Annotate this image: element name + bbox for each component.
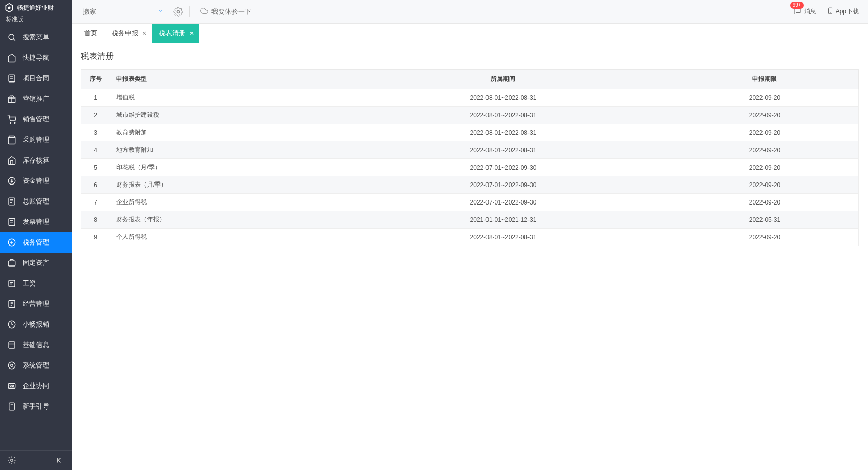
table-row[interactable]: 9个人所得税2022-08-01~2022-08-312022-09-20 [81, 229, 859, 246]
gear-icon[interactable] [173, 7, 183, 17]
sidebar-item-collab[interactable]: 企业协同 [0, 376, 72, 396]
sidebar-item-house[interactable]: 库存核算 [0, 150, 72, 171]
sidebar-item-coin[interactable]: 资金管理 [0, 171, 72, 191]
collab-icon [7, 381, 16, 391]
cell-index: 6 [81, 176, 110, 194]
tab-label: 税表清册 [159, 29, 185, 38]
sidebar-item-label: 销售管理 [23, 115, 49, 124]
experience-link[interactable]: 我要体验一下 [196, 5, 256, 18]
sidebar-item-search[interactable]: 搜索菜单 [0, 27, 72, 48]
sidebar-item-guide[interactable]: 新手引导 [0, 396, 72, 417]
col-type-header: 申报表类型 [110, 70, 335, 89]
table-row[interactable]: 4地方教育附加2022-08-01~2022-08-312022-09-20 [81, 141, 859, 159]
sidebar-item-tax[interactable]: 税务管理 [0, 232, 72, 253]
svg-line-2 [13, 39, 15, 40]
messages-button[interactable]: 99+ 消息 [791, 5, 819, 18]
info-icon [7, 340, 16, 350]
cell-index: 3 [81, 124, 110, 141]
asset-icon [7, 258, 16, 268]
tab[interactable]: 税务申报× [104, 24, 152, 43]
sidebar-item-salary[interactable]: 工资 [0, 273, 72, 294]
tab[interactable]: 首页 [77, 24, 104, 43]
search-icon [7, 33, 16, 42]
tax-icon [7, 238, 16, 247]
sidebar-item-doc[interactable]: 项目合同 [0, 68, 72, 89]
brand: 畅捷通好业财 [0, 0, 72, 14]
table-row[interactable]: 5印花税（月/季）2022-07-01~2022-09-302022-09-20 [81, 159, 859, 176]
app-download-label: App下载 [836, 7, 859, 16]
table-row[interactable]: 3教育费附加2022-08-01~2022-08-312022-09-20 [81, 124, 859, 141]
cell-deadline: 2022-05-31 [671, 211, 858, 229]
close-icon[interactable]: × [141, 29, 147, 37]
sidebar-item-bag[interactable]: 采购管理 [0, 130, 72, 150]
sidebar-item-label: 系统管理 [23, 361, 49, 370]
experience-label: 我要体验一下 [211, 7, 251, 16]
doc-icon [7, 74, 16, 83]
sidebar-item-label: 企业协同 [23, 381, 49, 391]
svg-point-27 [8, 362, 15, 369]
cell-index: 2 [81, 107, 110, 124]
sidebar-item-label: 小畅报销 [23, 320, 49, 329]
svg-rect-21 [9, 280, 15, 287]
svg-rect-28 [8, 384, 15, 389]
table-row[interactable]: 7企业所得税2022-07-01~2022-09-302022-09-20 [81, 194, 859, 211]
sidebar-item-expense[interactable]: 小畅报销 [0, 314, 72, 335]
salary-icon [7, 279, 16, 288]
col-period-header: 所属期间 [335, 70, 671, 89]
cell-type: 财务报表（年报） [110, 211, 335, 229]
cell-deadline: 2022-09-20 [671, 159, 858, 176]
cell-period: 2022-08-01~2022-08-31 [335, 107, 671, 124]
nav-menu: 搜索菜单快捷导航项目合同营销推广销售管理采购管理库存核算资金管理总账管理发票管理… [0, 27, 72, 450]
main: 搬家 我要体验一下 99+ 消息 [72, 0, 868, 470]
cloud-icon [200, 7, 208, 16]
app-download-button[interactable]: App下载 [823, 5, 862, 18]
sidebar-item-label: 发票管理 [23, 217, 49, 227]
org-selector[interactable]: 搬家 [78, 5, 169, 18]
system-icon [7, 361, 16, 370]
sidebar-item-label: 快捷导航 [23, 53, 49, 63]
cell-period: 2022-07-01~2022-09-30 [335, 159, 671, 176]
cell-type: 个人所得税 [110, 229, 335, 246]
gift-icon [7, 94, 16, 104]
sidebar-footer [0, 450, 72, 470]
table-row[interactable]: 1增值税2022-08-01~2022-08-312022-09-20 [81, 89, 859, 107]
biz-icon [7, 299, 16, 309]
expense-icon [7, 320, 16, 329]
tab[interactable]: 税表清册× [152, 24, 199, 43]
table-row[interactable]: 6财务报表（月/季）2022-07-01~2022-09-302022-09-2… [81, 176, 859, 194]
org-name: 搬家 [83, 7, 96, 16]
table-row[interactable]: 8财务报表（年报）2021-01-01~2021-12-312022-05-31 [81, 211, 859, 229]
invoice-icon [7, 217, 16, 227]
settings-icon[interactable] [7, 456, 16, 465]
sidebar-item-info[interactable]: 基础信息 [0, 335, 72, 355]
messages-badge: 99+ [790, 2, 804, 9]
sidebar-item-asset[interactable]: 固定资产 [0, 253, 72, 273]
sidebar-item-label: 搜索菜单 [23, 33, 49, 42]
sidebar-item-label: 固定资产 [23, 258, 49, 268]
svg-rect-20 [8, 261, 15, 266]
sidebar-item-ledger[interactable]: 总账管理 [0, 191, 72, 212]
cart-icon [7, 115, 16, 124]
tax-table: 序号 申报表类型 所属期间 申报期限 1增值税2022-08-01~2022-0… [81, 69, 859, 246]
sidebar-item-cart[interactable]: 销售管理 [0, 109, 72, 130]
svg-point-7 [10, 122, 11, 124]
sidebar-item-biz[interactable]: 经营管理 [0, 294, 72, 314]
sidebar-item-invoice[interactable]: 发票管理 [0, 212, 72, 232]
brand-edition: 标准版 [0, 14, 72, 27]
sidebar-item-label: 项目合同 [23, 74, 49, 83]
table-row[interactable]: 2城市维护建设税2022-08-01~2022-08-312022-09-20 [81, 107, 859, 124]
cell-index: 5 [81, 159, 110, 176]
cell-type: 财务报表（月/季） [110, 176, 335, 194]
cell-deadline: 2022-09-20 [671, 194, 858, 211]
close-icon[interactable]: × [188, 29, 195, 37]
cell-period: 2022-08-01~2022-08-31 [335, 124, 671, 141]
sidebar-item-home[interactable]: 快捷导航 [0, 48, 72, 68]
svg-rect-16 [9, 218, 15, 226]
sidebar-item-system[interactable]: 系统管理 [0, 355, 72, 376]
collapse-icon[interactable] [55, 456, 65, 465]
col-deadline-header: 申报期限 [671, 70, 858, 89]
sidebar-item-label: 总账管理 [23, 197, 49, 206]
sidebar-item-label: 新手引导 [23, 402, 49, 411]
house-icon [7, 156, 16, 165]
sidebar-item-gift[interactable]: 营销推广 [0, 89, 72, 109]
